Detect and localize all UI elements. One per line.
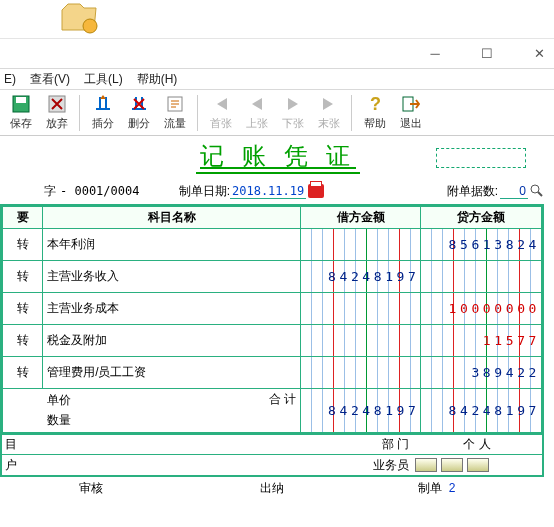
menu-help[interactable]: 帮助(H) [137, 71, 178, 88]
save-icon [11, 94, 31, 114]
cashier-label: 出纳 [181, 480, 362, 497]
total-credit: 84248197 [421, 389, 542, 433]
voucher-grid: 要 科目名称 借方金额 贷方金额 转本年利润85613824转主营业务收入842… [0, 204, 544, 435]
sum-label: 合 计 [269, 391, 296, 408]
row-account[interactable]: 主营业务收入 [43, 261, 301, 293]
menu-tools[interactable]: 工具(L) [84, 71, 123, 88]
row-account[interactable]: 主营业务成本 [43, 293, 301, 325]
foot-mu: 目 [2, 436, 42, 453]
row-debit[interactable]: 84248197 [301, 261, 421, 293]
delete-button[interactable]: 删分 [122, 93, 156, 133]
total-debit: 84248197 [301, 389, 421, 433]
first-icon [211, 94, 231, 114]
next-button: 下张 [276, 93, 310, 133]
insert-icon [93, 94, 113, 114]
row-credit[interactable]: 10000000 [421, 293, 542, 325]
col-account: 科目名称 [43, 207, 301, 229]
maker-label: 制单 [418, 481, 442, 495]
last-button: 末张 [312, 93, 346, 133]
table-row[interactable]: 转税金及附加11577 [3, 325, 542, 357]
row-debit[interactable] [301, 357, 421, 389]
voucher-header: 字 - 0001/0004 制单日期: 2018.11.19 附单据数: 0 [0, 180, 544, 202]
row-account[interactable]: 管理费用/员工工资 [43, 357, 301, 389]
dashed-placeholder [436, 148, 526, 168]
flow-icon [165, 94, 185, 114]
menu-bar: E) 查看(V) 工具(L) 帮助(H) [0, 68, 554, 90]
signature-row: 审核 出纳 制单 2 [0, 477, 544, 499]
audit-label: 审核 [0, 480, 181, 497]
table-row[interactable]: 转主营业务收入84248197 [3, 261, 542, 293]
app-logo-icon [60, 0, 100, 36]
foot-hu: 户 [2, 457, 42, 474]
next-icon [283, 94, 303, 114]
calendar-icon[interactable] [308, 184, 324, 198]
doc-number[interactable]: - 0001/0004 [60, 184, 170, 198]
row-account[interactable]: 本年利润 [43, 229, 301, 261]
row-summary[interactable]: 转 [3, 325, 43, 357]
voucher-footer: 目 部 门 个 人 户 业务员 [0, 435, 544, 477]
abandon-icon [47, 94, 67, 114]
total-cell: 单价 数量 合 计 [3, 389, 301, 433]
lookup-icon[interactable] [530, 184, 544, 198]
attachment-value[interactable]: 0 [500, 184, 528, 199]
attachment-label: 附单据数: [447, 183, 498, 200]
make-date-value[interactable]: 2018.11.19 [230, 184, 306, 199]
person-label: 个 人 [412, 436, 542, 453]
save-button[interactable]: 保存 [4, 93, 38, 133]
tiny-btn-3[interactable] [467, 458, 489, 472]
tiny-btn-1[interactable] [415, 458, 437, 472]
prev-icon [247, 94, 267, 114]
exit-button[interactable]: 退出 [394, 93, 428, 133]
help-icon: ? [365, 94, 385, 114]
maker-value: 2 [449, 481, 489, 495]
exit-icon [401, 94, 421, 114]
row-credit[interactable] [421, 261, 542, 293]
maximize-button[interactable]: ☐ [480, 46, 494, 61]
row-credit[interactable]: 85613824 [421, 229, 542, 261]
qty-label: 数量 [47, 412, 87, 429]
delete-icon [129, 94, 149, 114]
prev-button: 上张 [240, 93, 274, 133]
table-row[interactable]: 转管理费用/员工工资389422 [3, 357, 542, 389]
unitprice-label: 单价 [47, 392, 87, 409]
menu-view[interactable]: 查看(V) [30, 71, 70, 88]
row-credit[interactable]: 11577 [421, 325, 542, 357]
dept-label: 部 门 [362, 436, 412, 453]
first-button: 首张 [204, 93, 238, 133]
window-controls: ─ ☐ ✕ [0, 38, 554, 68]
toolbar: 保存 放弃 插分 删分 流量 首张 上张 下张 末张 ?帮助 退出 [0, 90, 554, 136]
row-summary[interactable]: 转 [3, 293, 43, 325]
svg-rect-2 [16, 97, 26, 103]
minimize-button[interactable]: ─ [428, 46, 442, 61]
svg-text:?: ? [370, 95, 381, 113]
close-button[interactable]: ✕ [532, 46, 546, 61]
voucher-title: 记 账 凭 证 [196, 140, 360, 174]
abandon-button[interactable]: 放弃 [40, 93, 74, 133]
svg-point-0 [83, 19, 97, 33]
tiny-buttons [412, 458, 542, 472]
table-row[interactable]: 转本年利润85613824 [3, 229, 542, 261]
insert-button[interactable]: 插分 [86, 93, 120, 133]
row-debit[interactable] [301, 325, 421, 357]
col-summary: 要 [3, 207, 43, 229]
row-account[interactable]: 税金及附加 [43, 325, 301, 357]
table-row[interactable]: 转主营业务成本10000000 [3, 293, 542, 325]
make-date-label: 制单日期: [170, 183, 230, 200]
row-summary[interactable]: 转 [3, 261, 43, 293]
zi-label: 字 [0, 183, 60, 200]
ywy-label: 业务员 [362, 457, 412, 474]
col-credit: 贷方金额 [421, 207, 542, 229]
flow-button[interactable]: 流量 [158, 93, 192, 133]
row-summary[interactable]: 转 [3, 357, 43, 389]
row-debit[interactable] [301, 293, 421, 325]
row-credit[interactable]: 389422 [421, 357, 542, 389]
last-icon [319, 94, 339, 114]
menu-e[interactable]: E) [4, 72, 16, 86]
tiny-btn-2[interactable] [441, 458, 463, 472]
row-debit[interactable] [301, 229, 421, 261]
help-button[interactable]: ?帮助 [358, 93, 392, 133]
svg-point-7 [531, 185, 539, 193]
col-debit: 借方金额 [301, 207, 421, 229]
row-summary[interactable]: 转 [3, 229, 43, 261]
